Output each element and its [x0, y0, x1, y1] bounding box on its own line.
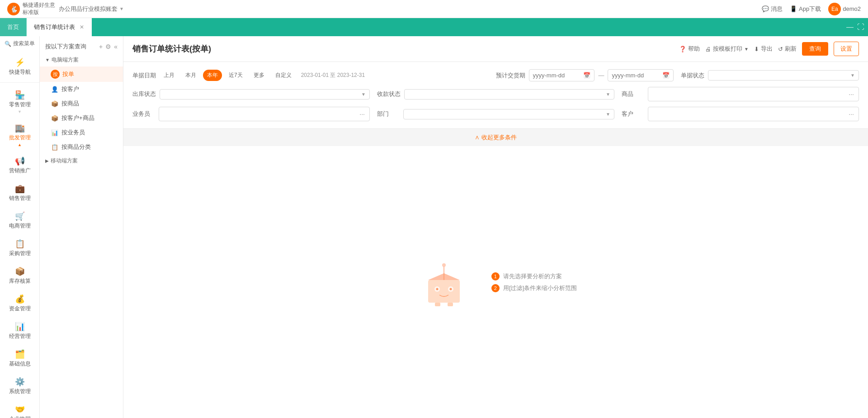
shortcut-last-7-days[interactable]: 近7天: [225, 70, 247, 81]
sidebar-item-marketing[interactable]: 📢 营销推广: [0, 152, 39, 179]
header-left: 🐇 畅捷通好生意 标准版 办公用品行业模拟账套 ▼: [7, 2, 124, 16]
date-filter: 单据日期 上月 本月 本年 近7天 更多 自定义 2023-01-01 至 20…: [132, 70, 489, 81]
scheme-item-by-staff[interactable]: 📊 按业务员: [40, 125, 123, 140]
delivery-status-select[interactable]: ▼: [160, 89, 370, 100]
system-icon: ⚙️: [15, 377, 25, 387]
scheme-item-by-order[interactable]: 按 按单: [40, 66, 123, 82]
tab-home-label: 首页: [7, 23, 19, 31]
scheme-customer-icon: 👤: [51, 85, 59, 93]
delivery-end-input[interactable]: [612, 72, 660, 79]
product-input[interactable]: [652, 91, 846, 98]
department-select[interactable]: ▼: [403, 109, 614, 119]
collapse-label: 收起更多条件: [481, 134, 517, 141]
staff-input[interactable]: [163, 111, 357, 118]
customer-input-area[interactable]: ···: [648, 107, 859, 121]
sidebar-item-retail[interactable]: 🏪 零售管理 ▼: [0, 86, 39, 119]
payment-status-select[interactable]: ▼: [404, 89, 614, 100]
shortcut-this-month[interactable]: 本月: [181, 70, 200, 81]
export-button[interactable]: ⬇ 导出: [754, 45, 773, 53]
filter-area: 单据日期 上月 本月 本年 近7天 更多 自定义 2023-01-01 至 20…: [123, 62, 868, 128]
sidebar-item-purchase[interactable]: 📋 采购管理: [0, 234, 39, 262]
scheme-item-by-product[interactable]: 📦 按商品: [40, 96, 123, 111]
staff-input-area[interactable]: ···: [159, 107, 370, 121]
page-title-row: 销售订单统计表(按单) ❓ 帮助 🖨 按模板打印 ▼ ⬇: [132, 42, 859, 56]
message-button[interactable]: 💬 消息: [762, 5, 783, 13]
delivery-date-end[interactable]: 📅: [608, 69, 674, 81]
scheme-dot-icon: 按: [51, 70, 60, 79]
sidebar-item-finance[interactable]: 💰 资金管理: [0, 290, 39, 317]
query-button[interactable]: 查询: [802, 42, 828, 56]
shortcut-this-year[interactable]: 本年: [203, 70, 222, 81]
sidebar-item-basic[interactable]: 🗂️ 基础信息: [0, 345, 39, 372]
app-download-button[interactable]: 📱 App下载: [790, 5, 821, 13]
page-actions: ❓ 帮助 🖨 按模板打印 ▼ ⬇ 导出 ↺: [679, 42, 859, 56]
sidebar-item-system[interactable]: ⚙️ 系统管理: [0, 372, 39, 400]
scheme-panel-actions: + ⚙ «: [99, 43, 118, 50]
user-profile[interactable]: Ea demo2: [828, 3, 861, 15]
scheme-section-mobile[interactable]: ▶ 移动端方案: [40, 154, 123, 167]
scheme-product-icon: 📦: [51, 100, 59, 108]
product-input-area[interactable]: ···: [648, 87, 859, 101]
sidebar-quick-nav[interactable]: ⚡ 快捷导航: [0, 53, 39, 81]
tab-close-icon[interactable]: ✕: [80, 24, 84, 30]
shortcut-more[interactable]: 更多: [250, 70, 269, 81]
retail-arrow-icon: ▼: [18, 109, 22, 114]
order-status-select[interactable]: ▼: [708, 70, 859, 81]
settings-button[interactable]: 设置: [834, 42, 859, 56]
export-icon: ⬇: [754, 46, 759, 52]
scheme-add-button[interactable]: +: [99, 43, 103, 50]
collapse-filters-button[interactable]: ∧ 收起更多条件: [123, 128, 868, 146]
delivery-date-start[interactable]: 📅: [529, 69, 595, 81]
order-status-arrow-icon: ▼: [850, 73, 855, 78]
template-print-button[interactable]: 🖨 按模板打印 ▼: [705, 45, 749, 53]
collapse-arrow-icon: ∧: [475, 134, 480, 141]
shortcut-custom[interactable]: 自定义: [271, 70, 296, 81]
payment-status-label: 收款状态: [377, 90, 401, 98]
tab-home[interactable]: 首页: [0, 18, 27, 36]
tab-sales-order-stats[interactable]: 销售订单统计表 ✕: [27, 18, 92, 36]
scheme-settings-icon[interactable]: ⚙: [105, 43, 111, 50]
tab-bar: 首页 销售订单统计表 ✕ — ⛶: [0, 18, 868, 36]
date-label: 单据日期: [132, 71, 156, 80]
sidebar-item-sales[interactable]: 💼 销售管理: [0, 179, 39, 207]
template-print-label: 按模板打印: [713, 45, 742, 53]
staff-ellipsis-icon[interactable]: ···: [359, 109, 366, 119]
scheme-section-pc[interactable]: ▼ 电脑端方案: [40, 53, 123, 66]
product-ellipsis-icon[interactable]: ···: [848, 90, 855, 99]
date-shortcuts: 上月 本月 本年 近7天 更多 自定义: [160, 70, 296, 81]
filter-row-1: 单据日期 上月 本月 本年 近7天 更多 自定义 2023-01-01 至 20…: [132, 69, 859, 81]
sidebar-basic-label: 基础信息: [9, 360, 31, 368]
quick-nav-icon: ⚡: [15, 57, 25, 67]
scheme-by-customer-label: 按客户: [61, 85, 79, 93]
customer-input[interactable]: [652, 111, 846, 118]
delivery-start-input[interactable]: [533, 72, 582, 79]
inventory-icon: 📦: [15, 266, 25, 276]
shortcut-last-month[interactable]: 上月: [160, 70, 179, 81]
customer-ellipsis-icon[interactable]: ···: [848, 109, 855, 119]
refresh-button[interactable]: ↺ 刷新: [778, 45, 797, 53]
sidebar-item-ecommerce[interactable]: 🛒 电商管理: [0, 207, 39, 234]
empty-illustration: [415, 257, 473, 307]
sidebar-item-inventory[interactable]: 📦 库存核算: [0, 262, 39, 290]
scheme-item-by-customer[interactable]: 👤 按客户: [40, 82, 123, 96]
order-status-filter: 单据状态 ▼: [681, 70, 859, 81]
marketing-icon: 📢: [15, 156, 25, 166]
sidebar-item-wholesale[interactable]: 🏬 批发管理 ▲: [0, 119, 39, 152]
empty-state: 1 请先选择要分析的方案 2 用[过滤]条件来缩小分析范围: [123, 146, 868, 418]
customer-filter: 客户 ···: [622, 107, 859, 121]
scheme-collapse-icon[interactable]: «: [114, 43, 118, 50]
sidebar-item-operations[interactable]: 📊 经营管理: [0, 317, 39, 345]
workspace-label: 办公用品行业模拟账套: [59, 5, 118, 13]
workspace-selector[interactable]: 办公用品行业模拟账套 ▼: [59, 5, 124, 13]
scheme-item-by-category[interactable]: 📋 按商品分类: [40, 140, 123, 154]
tab-maximize-icon[interactable]: ⛶: [857, 23, 864, 31]
export-label: 导出: [761, 45, 773, 53]
scheme-panel-title: 按以下方案查询: [45, 43, 86, 51]
delivery-status-arrow-icon: ▼: [361, 92, 366, 97]
help-button[interactable]: ❓ 帮助: [679, 45, 700, 53]
scheme-item-by-customer-product[interactable]: 📦 按客户+商品: [40, 111, 123, 125]
search-menu-button[interactable]: 🔍 搜索菜单: [0, 36, 39, 51]
tab-minimize-icon[interactable]: —: [846, 23, 854, 31]
sidebar-item-enterprise[interactable]: 🤝 企业协同: [0, 400, 39, 418]
customer-label: 客户: [622, 110, 644, 118]
